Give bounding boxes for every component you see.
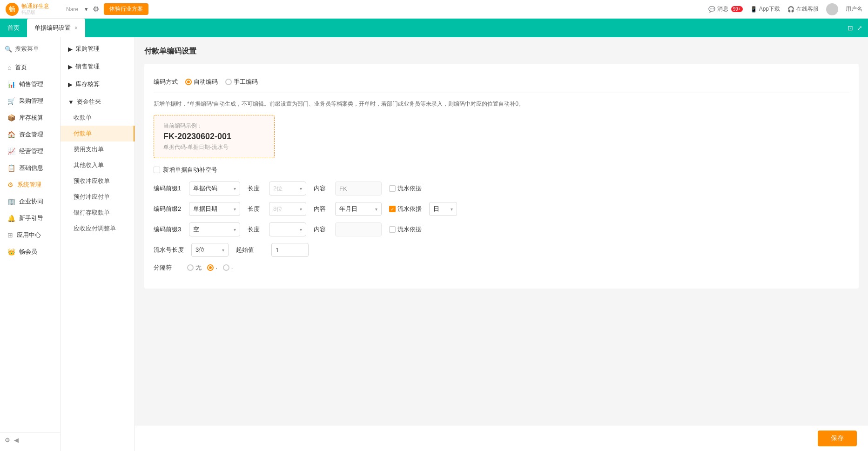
prefix3-label: 编码前缀3 [154,225,182,234]
stream3-check[interactable] [389,226,396,233]
online-service-item[interactable]: 🎧 在线客服 [787,5,819,13]
sidebar-item-apps[interactable]: ⊞ 应用中心 [0,227,60,243]
start-value-label: 起始值 [236,246,264,254]
stream2-unit-select[interactable]: 日 ▾ [429,202,457,216]
content-area: ▶ 采购管理 ▶ 销售管理 ▶ 库存核算 ▼ 资金往来 [61,37,868,451]
content2-select[interactable]: 年月日 ▾ [335,202,382,216]
manual-encoding-dot [225,79,232,85]
sidebar-item-inventory[interactable]: 📦 库存核算 [0,109,60,126]
length2-select[interactable]: 8位 ▾ [269,202,306,216]
message-item[interactable]: 💬 消息 99+ [708,5,743,13]
sidebar-item-guide[interactable]: 🔔 新手引导 [0,210,60,227]
auto-encoding-radio[interactable]: 自动编码 [185,78,218,86]
content3-label: 内容 [314,225,326,234]
start-value-input[interactable] [271,243,309,257]
collapse-icon[interactable]: ⤢ [857,24,862,32]
sidebar-settings-icon[interactable]: ⚙ [5,437,10,444]
submenu-item-prepay-receivable[interactable]: 预收冲应收单 [61,173,135,189]
prefix3-select[interactable]: 空 ▾ [189,222,240,236]
separator-none-radio[interactable]: 无 [187,263,202,272]
stream2-checkbox[interactable]: ✓ 流水依据 [389,205,422,213]
nav-tabs: 首页 单据编码设置 × ⊡ ⤢ [0,19,868,37]
sidebar: 🔍 搜索菜单 ⌂ 首页 📊 销售管理 🛒 采购管理 📦 库存核算 🏠 资金管理 … [0,37,61,451]
message-icon: 💬 [708,6,715,13]
chevron-down-icon: ▼ [68,99,74,106]
tab-close-icon[interactable]: × [74,25,78,31]
submenu-item-other-income[interactable]: 其他收入单 [61,157,135,173]
main-layout: 🔍 搜索菜单 ⌂ 首页 📊 销售管理 🛒 采购管理 📦 库存核算 🏠 资金管理 … [0,37,868,451]
submenu-item-prepay-payable[interactable]: 预付冲应付单 [61,189,135,205]
submenu-group-funds: ▼ 资金往来 收款单 付款单 费用支出单 其他收入单 预收冲应收单 预付冲应付单… [61,94,135,236]
sales-icon: 📊 [7,81,15,88]
guide-icon: 🔔 [7,215,15,222]
stream1-check[interactable] [389,185,396,192]
sidebar-item-label: 畅会员 [19,248,37,256]
length3-select[interactable]: ▾ [269,222,306,236]
submenu-item-bank[interactable]: 银行存取款单 [61,205,135,221]
preview-code: FK-20230602-001 [163,132,265,141]
stream1-checkbox[interactable]: 流水依据 [389,184,422,193]
nav-tab-actions: ⊡ ⤢ [848,24,868,32]
sidebar-item-label: 库存核算 [19,114,43,122]
sidebar-item-member[interactable]: 👑 畅会员 [0,243,60,260]
dropdown-icon[interactable]: ▾ [85,6,88,13]
sep-dot2-dot [223,264,229,271]
serial-length-select[interactable]: 3位 ▾ [191,243,229,257]
dropdown-icon: ▾ [234,227,236,232]
topbar-right: 💬 消息 99+ 📱 App下载 🎧 在线客服 用户名 [708,3,862,15]
sidebar-item-home[interactable]: ⌂ 首页 [0,59,60,76]
submenu-group-sales: ▶ 销售管理 [61,59,135,74]
sidebar-search[interactable]: 🔍 搜索菜单 [0,41,60,57]
tab-settings[interactable]: 单据编码设置 × [27,19,85,37]
stream2-check[interactable]: ✓ [389,206,396,212]
stream3-checkbox[interactable]: 流水依据 [389,225,422,234]
encoding-method-row: 编码方式 自动编码 手工编码 [154,73,849,93]
submenu-item-adjustment[interactable]: 应收应付调整单 [61,221,135,236]
sidebar-item-sales[interactable]: 📊 销售管理 [0,76,60,93]
dropdown-icon: ▾ [375,207,377,212]
sidebar-item-operation[interactable]: 📈 经营管理 [0,143,60,160]
submenu-item-receipt[interactable]: 收款单 [61,110,135,126]
submenu-group-title-sales[interactable]: ▶ 销售管理 [61,59,135,74]
submenu-group-title-inventory[interactable]: ▶ 库存核算 [61,76,135,92]
submenu-group-title-funds[interactable]: ▼ 资金往来 [61,94,135,110]
main-panel-wrapper: 付款单编码设置 编码方式 自动编码 [135,37,868,451]
manual-encoding-radio[interactable]: 手工编码 [225,78,258,86]
chevron-right-icon: ▶ [68,46,73,53]
purchase-icon: 🛒 [7,97,15,105]
submenu-group-inventory: ▶ 库存核算 [61,76,135,92]
trial-button[interactable]: 体验行业方案 [104,3,148,15]
prefix2-label: 编码前缀2 [154,205,182,213]
bottom-bar: 保存 [135,425,868,451]
submenu-item-payment[interactable]: 付款单 [61,126,135,141]
settings-icon[interactable]: ⚙ [93,5,99,13]
sidebar-item-company[interactable]: 🏢 企业协同 [0,193,60,210]
sep-dot-dot [207,264,214,271]
length1-select[interactable]: 2位 ▾ [269,182,306,195]
separator-dot2-radio[interactable]: · [223,264,233,271]
submenu-group-title-purchase[interactable]: ▶ 采购管理 [61,41,135,57]
submenu-group-purchase: ▶ 采购管理 [61,41,135,57]
prefix1-select[interactable]: 单据代码 ▾ [189,182,240,195]
sidebar-item-base[interactable]: 📋 基础信息 [0,160,60,176]
base-icon: 📋 [7,164,15,172]
preview-box: 当前编码示例： FK-20230602-001 单据代码-单据日期-流水号 [154,115,275,158]
settings-card: 编码方式 自动编码 手工编码 [144,64,859,289]
length2-label: 长度 [248,205,260,213]
app-download-item[interactable]: 📱 App下载 [750,5,780,13]
sidebar-collapse-icon[interactable]: ◀ [14,437,19,444]
dropdown-icon: ▾ [222,248,224,253]
logo-text: 畅通好生意 拓品版 [21,3,49,15]
expand-icon[interactable]: ⊡ [848,24,853,32]
sidebar-item-finance[interactable]: 🏠 资金管理 [0,126,60,143]
sidebar-item-purchase[interactable]: 🛒 采购管理 [0,93,60,109]
prefix2-select[interactable]: 单据日期 ▾ [189,202,240,216]
separator-dot-radio[interactable]: · [207,264,217,271]
page-title: 付款单编码设置 [144,47,859,56]
inventory-icon: 📦 [7,114,15,121]
submenu-item-expense[interactable]: 费用支出单 [61,141,135,157]
auto-fill-checkbox[interactable] [154,167,160,173]
tab-home[interactable]: 首页 [0,19,27,37]
sidebar-item-system[interactable]: ⚙ 系统管理 [0,176,60,193]
save-button[interactable]: 保存 [818,431,857,446]
